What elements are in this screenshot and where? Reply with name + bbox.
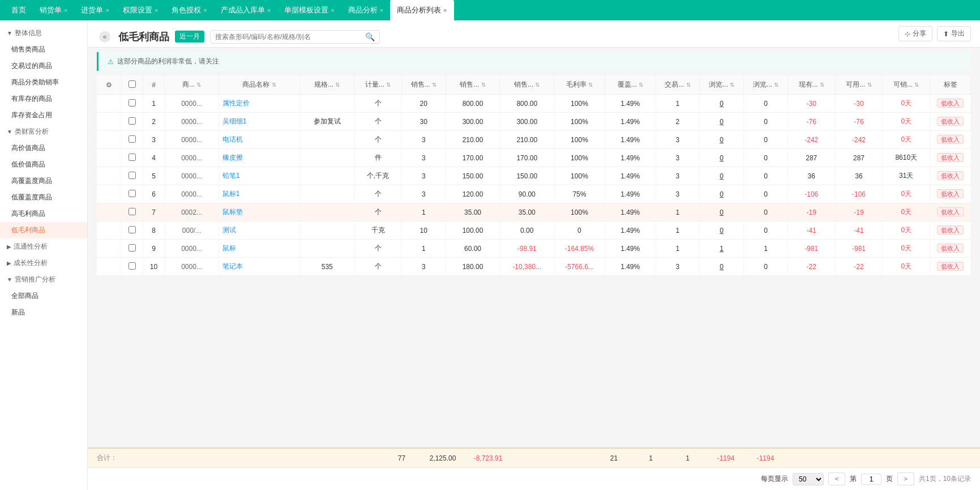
- section-marketing-title[interactable]: ▼ 营销推广分析: [0, 271, 87, 288]
- page-number-input[interactable]: [861, 474, 881, 485]
- cell-name[interactable]: 笔记本: [219, 258, 300, 276]
- cell-code[interactable]: 0000...: [165, 95, 219, 113]
- cell-checkbox[interactable]: [121, 113, 143, 131]
- th-checkbox[interactable]: [121, 75, 143, 95]
- section-growth-title[interactable]: ▶ 成长性分析: [0, 255, 87, 271]
- cell-checkbox[interactable]: [121, 240, 143, 258]
- nav-role[interactable]: 角色授权×: [165, 0, 213, 20]
- th-current[interactable]: 现有... ⇅: [788, 75, 835, 95]
- cell-name[interactable]: 鼠标1: [219, 185, 300, 203]
- cell-name[interactable]: 橡皮擦: [219, 149, 300, 167]
- row-checkbox[interactable]: [129, 154, 136, 161]
- sidebar-item-high-coverage[interactable]: 高覆盖度商品: [0, 173, 87, 189]
- nav-permission[interactable]: 权限设置×: [116, 0, 165, 20]
- th-coverage[interactable]: 覆盖... ⇅: [605, 75, 656, 95]
- sidebar-item-traded-goods[interactable]: 交易过的商品: [0, 58, 87, 74]
- cell-name[interactable]: 电话机: [219, 131, 300, 149]
- row-checkbox[interactable]: [129, 172, 136, 179]
- section-circulation-title[interactable]: ▶ 流通性分析: [0, 238, 87, 255]
- cell-checkbox[interactable]: [121, 131, 143, 149]
- th-gross-margin[interactable]: 毛利率 ⇅: [554, 75, 605, 95]
- cell-name[interactable]: 测试: [219, 221, 300, 240]
- sidebar-item-all-goods[interactable]: 全部商品: [0, 288, 87, 304]
- cell-view1[interactable]: 0: [700, 149, 744, 167]
- cell-code[interactable]: 0000...: [165, 113, 219, 131]
- sidebar-collapse-button[interactable]: «: [99, 31, 110, 42]
- th-settings[interactable]: ⚙: [97, 75, 121, 95]
- nav-sales[interactable]: 销货单×: [33, 0, 74, 20]
- cell-checkbox[interactable]: [121, 203, 143, 221]
- sidebar-item-category-rate[interactable]: 商品分类助销率: [0, 74, 87, 91]
- cell-checkbox[interactable]: [121, 149, 143, 167]
- row-checkbox[interactable]: [129, 117, 136, 125]
- row-checkbox[interactable]: [129, 208, 136, 215]
- nav-home[interactable]: 首页: [5, 0, 33, 20]
- sidebar-item-high-value[interactable]: 高价值商品: [0, 140, 87, 156]
- prev-page-button[interactable]: ＜: [828, 472, 845, 485]
- nav-purchase[interactable]: 进货单×: [74, 0, 115, 20]
- select-all-checkbox[interactable]: [129, 80, 136, 88]
- cell-view1[interactable]: 0: [700, 185, 744, 203]
- nav-sales-close[interactable]: ×: [64, 7, 67, 14]
- cell-checkbox[interactable]: [121, 185, 143, 203]
- th-spec[interactable]: 规格... ⇅: [300, 75, 354, 95]
- row-checkbox[interactable]: [129, 244, 136, 252]
- cell-name[interactable]: 属性定价: [219, 95, 300, 113]
- th-sales-price[interactable]: 销售... ⇅: [446, 75, 500, 95]
- row-checkbox[interactable]: [129, 226, 136, 233]
- nav-purchase-close[interactable]: ×: [105, 7, 109, 14]
- th-trans[interactable]: 交易... ⇅: [656, 75, 700, 95]
- settings-icon[interactable]: ⚙: [106, 81, 112, 89]
- sidebar-item-stock-capital[interactable]: 库存资金占用: [0, 107, 87, 123]
- cell-view1[interactable]: 1: [700, 240, 744, 258]
- cell-code[interactable]: 0000...: [165, 167, 219, 185]
- th-sales-amount[interactable]: 销售... ⇅: [500, 75, 554, 95]
- th-view1[interactable]: 浏览... ⇅: [700, 75, 744, 95]
- sidebar-item-new-goods[interactable]: 新品: [0, 304, 87, 321]
- th-view2[interactable]: 浏览... ⇅: [744, 75, 788, 95]
- th-unit[interactable]: 计量... ⇅: [354, 75, 402, 95]
- sidebar-item-low-coverage[interactable]: 低覆盖度商品: [0, 189, 87, 206]
- sidebar-item-high-margin[interactable]: 高毛利商品: [0, 206, 87, 222]
- nav-role-close[interactable]: ×: [203, 7, 207, 14]
- cell-code[interactable]: 0000...: [165, 240, 219, 258]
- nav-template-close[interactable]: ×: [331, 7, 334, 14]
- cell-code[interactable]: 0002...: [165, 203, 219, 221]
- cell-code[interactable]: 0000...: [165, 258, 219, 276]
- th-available[interactable]: 可用... ⇅: [835, 75, 883, 95]
- cell-code[interactable]: 0000...: [165, 149, 219, 167]
- cell-name[interactable]: 鼠标: [219, 240, 300, 258]
- th-tag[interactable]: 标签: [930, 75, 971, 95]
- search-input[interactable]: [215, 33, 363, 41]
- cell-view1[interactable]: 0: [700, 221, 744, 240]
- share-button[interactable]: ⊹ 分享: [898, 26, 932, 41]
- page-size-select[interactable]: 50 20 100: [793, 473, 824, 485]
- sidebar-item-low-margin[interactable]: 低毛利商品: [0, 222, 87, 238]
- cell-checkbox[interactable]: [121, 167, 143, 185]
- cell-code[interactable]: 000/...: [165, 221, 219, 240]
- row-checkbox[interactable]: [129, 190, 136, 197]
- export-button[interactable]: ⬆ 导出: [937, 26, 971, 41]
- cell-view1[interactable]: 0: [700, 258, 744, 276]
- nav-product-entry[interactable]: 产成品入库单×: [214, 0, 277, 20]
- cell-name[interactable]: 吴细细1: [219, 113, 300, 131]
- next-page-button[interactable]: ＞: [897, 472, 914, 485]
- sidebar-item-stock-goods[interactable]: 有库存的商品: [0, 91, 87, 107]
- cell-view1[interactable]: 0: [700, 167, 744, 185]
- th-sales-qty[interactable]: 销售... ⇅: [401, 75, 446, 95]
- cell-checkbox[interactable]: [121, 258, 143, 276]
- cell-view1[interactable]: 0: [700, 113, 744, 131]
- nav-product-entry-close[interactable]: ×: [267, 7, 271, 14]
- cell-checkbox[interactable]: [121, 95, 143, 113]
- nav-analysis-close[interactable]: ×: [380, 7, 383, 14]
- cell-code[interactable]: 0000...: [165, 185, 219, 203]
- row-checkbox[interactable]: [129, 135, 136, 143]
- cell-name[interactable]: 铅笔1: [219, 167, 300, 185]
- th-code[interactable]: 商... ⇅: [165, 75, 219, 95]
- period-tag[interactable]: 近一月: [175, 31, 204, 42]
- nav-template[interactable]: 单据模板设置×: [277, 0, 341, 20]
- th-name[interactable]: 商品名称 ⇅: [219, 75, 300, 95]
- section-wealth-title[interactable]: ▼ 类财富分析: [0, 123, 87, 140]
- sidebar-item-low-value[interactable]: 低价值商品: [0, 156, 87, 173]
- cell-view1[interactable]: 0: [700, 95, 744, 113]
